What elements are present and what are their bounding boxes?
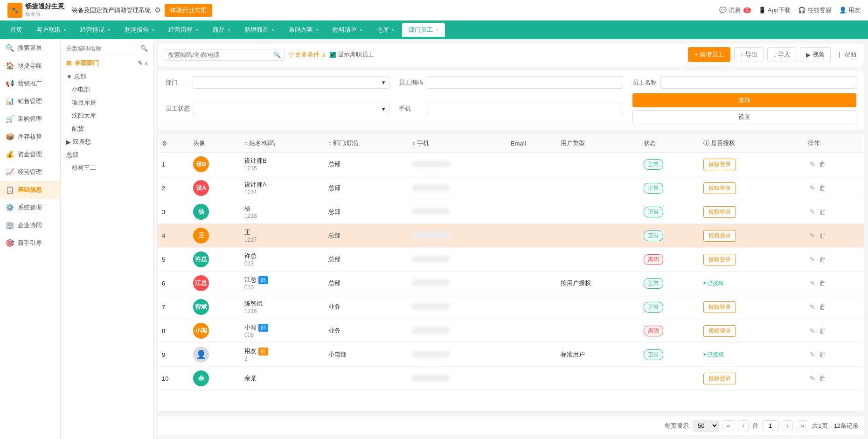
gear-icon[interactable]: ⚙: [154, 6, 161, 14]
online-service-button[interactable]: 🎧 在线客服: [798, 6, 832, 14]
edit-button[interactable]: ✎: [808, 302, 817, 312]
add-staff-button[interactable]: + 新增员工: [688, 47, 730, 62]
delete-button[interactable]: 🗑: [817, 350, 827, 359]
tab-customer[interactable]: 客户联络×: [30, 23, 73, 37]
col-settings[interactable]: ⚙: [158, 134, 189, 153]
sidebar-system-label: 系统管理: [18, 203, 42, 212]
delete-button[interactable]: 🗑: [817, 279, 827, 288]
query-button[interactable]: 查询: [632, 93, 856, 107]
app-download-button[interactable]: 📱 App下载: [758, 6, 791, 14]
first-page-button[interactable]: «: [722, 420, 734, 431]
edit-button[interactable]: ✎: [808, 279, 817, 288]
dept-node-zongbu[interactable]: ▼ 总部: [61, 70, 153, 83]
phone-filter-input[interactable]: [426, 103, 623, 115]
tab-history[interactable]: 经营历程×: [162, 23, 205, 37]
empstatus-filter-select[interactable]: ▾: [194, 103, 389, 115]
tab-operations[interactable]: 经营情况×: [74, 23, 117, 37]
dept-search-input[interactable]: [66, 45, 140, 52]
import-button[interactable]: ↓ 导入: [767, 47, 797, 62]
export-button[interactable]: ↑ 导出: [734, 47, 764, 62]
delete-button[interactable]: 🗑: [817, 374, 827, 383]
page-number-input[interactable]: [762, 420, 779, 431]
sidebar-item-guide[interactable]: 🎯 新手引导: [0, 234, 60, 252]
delete-button[interactable]: 🗑: [817, 183, 827, 193]
col-name[interactable]: ↕ 姓名/编码: [241, 134, 325, 153]
empcode-input[interactable]: [431, 79, 618, 86]
auth-button[interactable]: 授权登录: [703, 206, 736, 218]
tab-bom[interactable]: 物料清单×: [326, 23, 369, 37]
edit-button[interactable]: ✎: [808, 255, 817, 264]
col-dept[interactable]: ↕ 部门/职位: [325, 134, 409, 153]
dept-filter-select[interactable]: ▾: [193, 76, 389, 89]
tab-barcode[interactable]: 条码方案×: [282, 23, 325, 37]
delete-button[interactable]: 🗑: [817, 255, 827, 264]
sidebar-item-sales[interactable]: 📊 销售管理: [0, 92, 60, 110]
edit-button[interactable]: ✎: [808, 350, 817, 359]
dept-node-xiaodian[interactable]: 小电部: [61, 83, 153, 96]
edit-button[interactable]: ✎: [808, 374, 817, 383]
dept-node-shuanglu[interactable]: ▶ 双鹿想: [61, 135, 153, 148]
dept-node-zongbu2[interactable]: 总部: [61, 148, 153, 161]
empname-filter-input[interactable]: [660, 76, 856, 89]
dept-tree-collapse-icon[interactable]: «: [145, 60, 148, 67]
empname-input[interactable]: [665, 79, 852, 86]
tab-warehouse[interactable]: 仓库×: [370, 23, 401, 37]
tab-profit[interactable]: 利润报告×: [118, 23, 161, 37]
sidebar-item-marketing[interactable]: 📢 营销推广: [0, 75, 60, 92]
sidebar-item-search[interactable]: 🔍 搜索菜单: [0, 39, 60, 57]
show-leave-checkbox[interactable]: [330, 52, 336, 58]
dept-node-shenyang[interactable]: 沈阳大库: [61, 109, 153, 122]
tab-goods[interactable]: 商品×: [206, 23, 237, 37]
tab-home[interactable]: 首页: [4, 23, 29, 37]
search-input[interactable]: [168, 51, 271, 58]
dept-node-xiangmu[interactable]: 项目库房: [61, 96, 153, 109]
sidebar-item-enterprise[interactable]: 🏢 企业协同: [0, 216, 60, 234]
sidebar-item-purchase[interactable]: 🛒 采购管理: [0, 110, 60, 128]
delete-button[interactable]: 🗑: [817, 326, 827, 335]
edit-button[interactable]: ✎: [808, 207, 817, 216]
delete-button[interactable]: 🗑: [817, 207, 827, 216]
dept-node-zhishu[interactable]: 植树王二: [61, 161, 153, 174]
experience-button[interactable]: 体验行业方案: [165, 4, 212, 17]
sidebar-item-finance[interactable]: 💰 资金管理: [0, 146, 60, 163]
phone-input[interactable]: [430, 105, 618, 112]
show-leave-toggle[interactable]: 显示离职员工: [330, 50, 374, 59]
per-page-select[interactable]: 50 20 100: [693, 420, 719, 432]
auth-button[interactable]: 授权登录: [703, 254, 736, 265]
auth-button[interactable]: 授权登录: [703, 159, 736, 170]
sidebar-item-basic-info[interactable]: 📋 基础信息: [0, 181, 60, 199]
sidebar-item-inventory[interactable]: 📦 库存核算: [0, 128, 60, 146]
auth-button[interactable]: 授权登录: [703, 230, 736, 242]
sidebar-item-operations[interactable]: 📈 经营管理: [0, 163, 60, 181]
auth-button[interactable]: 授权登录: [703, 301, 736, 313]
auth-button[interactable]: 授权登录: [703, 182, 736, 194]
view-button[interactable]: ▶ 视频: [800, 47, 831, 62]
auth-button[interactable]: 授权登录: [703, 373, 736, 384]
sidebar-item-quick-nav[interactable]: 🏠 快捷导航: [0, 57, 60, 75]
more-filter-button[interactable]: ▽ 更多条件 ∧: [289, 50, 326, 59]
edit-button[interactable]: ✎: [808, 326, 817, 335]
col-phone[interactable]: ↕ 手机: [409, 134, 507, 153]
prev-page-button[interactable]: ‹: [738, 420, 748, 431]
tab-add-goods[interactable]: 新增商品×: [238, 23, 281, 37]
auth-button[interactable]: 授权登录: [703, 325, 736, 337]
tab-dept-staff[interactable]: 部门员工×: [402, 23, 445, 37]
edit-button[interactable]: ✎: [808, 231, 817, 240]
filter-dept-row: 部门 ▾: [166, 76, 389, 89]
empcode-filter-input[interactable]: [427, 76, 623, 89]
message-button[interactable]: 💬 消息 5: [719, 6, 751, 14]
delete-button[interactable]: 🗑: [817, 302, 827, 312]
edit-button[interactable]: ✎: [808, 183, 817, 193]
dept-tree-edit-icon[interactable]: ✎: [138, 60, 143, 67]
delete-button[interactable]: 🗑: [817, 160, 827, 169]
row-dept: 总部: [325, 176, 409, 200]
dept-node-peihuo[interactable]: 配货: [61, 122, 153, 135]
reset-button[interactable]: 设置: [632, 110, 856, 124]
last-page-button[interactable]: »: [797, 420, 808, 431]
sidebar-item-system[interactable]: ⚙️ 系统管理: [0, 199, 60, 216]
user-menu[interactable]: 👤 用友: [839, 6, 861, 14]
help-button[interactable]: ｜ 帮助: [834, 49, 858, 61]
next-page-button[interactable]: ›: [783, 420, 793, 431]
delete-button[interactable]: 🗑: [817, 231, 827, 240]
edit-button[interactable]: ✎: [808, 160, 817, 169]
